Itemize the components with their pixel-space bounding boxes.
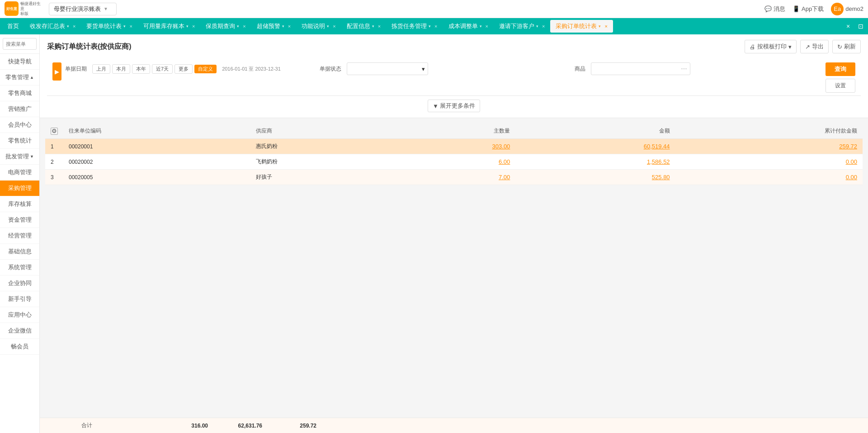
close-window-btn[interactable]: × [843,21,854,32]
top-right: 💬 消息 📱 App下载 Ea demo2 [764,3,863,15]
cell-main-qty: 303.00 [391,139,515,154]
table-row[interactable]: 3 00020005 好孩子 7.00 525.80 0.00 [45,170,863,185]
tab-pick-task[interactable]: 拣货任务管理 ▾ × [386,20,443,33]
filter-toggle-btn[interactable]: ▶ [52,62,61,81]
download-icon: 📱 [793,5,800,12]
tab-pick-arrow: ▾ [429,24,431,29]
settings-btn[interactable]: 设置 [826,79,855,93]
toggle-icon: ▶ [55,68,59,75]
tab-pick-close[interactable]: × [434,24,437,29]
sidebar-item-enterprise-coop[interactable]: 企业协同 [0,276,39,291]
column-settings-icon[interactable]: ⚙ [51,128,58,135]
tab-order-close[interactable]: × [129,24,132,29]
sidebar-item-member2[interactable]: 畅会员 [0,339,39,355]
expand-more-btn[interactable]: ▼ 展开更多条件 [428,100,480,112]
tab-invite-close[interactable]: × [542,24,545,29]
sidebar-item-new-guide[interactable]: 新手引导 [0,291,39,307]
tab-available-close[interactable]: × [192,24,195,29]
sidebar-item-quick-nav[interactable]: 快捷导航 [0,54,39,70]
tab-warranty-close[interactable]: × [243,24,245,29]
sidebar-item-app-center-label: 应用中心 [8,311,32,318]
tab-purchase-close[interactable]: × [604,24,607,29]
sidebar-item-enterprise-wechat[interactable]: 企业微信 [0,323,39,339]
goods-filter-label: 商品 [575,65,585,73]
sidebar-item-wholesale[interactable]: 批发管理 ▼ [0,149,39,165]
table-row[interactable]: 2 00020002 飞鹤奶粉 6.00 1,586.52 0.00 [45,154,863,170]
tab-function-close[interactable]: × [333,24,335,29]
export-btn[interactable]: ↗ 导出 [800,40,829,53]
sidebar-item-basic-label: 基础信息 [8,248,32,255]
tab-function[interactable]: 功能说明 ▾ × [296,20,341,33]
tab-order-arrow: ▾ [123,24,126,29]
content-area: 采购订单统计表(按供应商) 🖨 按模板打印 ▾ ↗ 导出 ↻ 刷新 [40,34,868,433]
page-actions: 🖨 按模板打印 ▾ ↗ 导出 ↻ 刷新 [745,40,861,53]
search-input[interactable] [3,38,37,50]
sidebar-item-inventory[interactable]: 库存核算 [0,196,39,212]
sidebar: 快捷导航 零售管理 ▲ 零售商城 营销推广 会员中心 零售统计 批发管理 ▼ 电… [0,34,40,433]
expand-label: 展开更多条件 [440,102,475,110]
sidebar-item-retail-stat[interactable]: 零售统计 [0,133,39,149]
status-select[interactable]: ▾ [347,62,428,75]
tab-cost-adjust[interactable]: 成本调整单 ▾ × [443,20,494,33]
sidebar-item-retail-arrow: ▲ [30,75,34,80]
message-btn[interactable]: 💬 消息 [764,5,785,13]
sidebar-item-ops-label: 经营管理 [8,232,32,239]
sidebar-item-basic[interactable]: 基础信息 [0,244,39,260]
sidebar-item-retail-store[interactable]: 零售商城 [0,86,39,101]
sidebar-item-ecommerce-label: 电商管理 [8,169,32,176]
date-btn-this-month[interactable]: 本月 [112,64,130,74]
sidebar-item-retail-mgmt[interactable]: 零售管理 ▲ [0,70,39,86]
tab-purchase-label: 采购订单统计表 [556,22,597,30]
date-btn-last-month[interactable]: 上月 [92,64,110,74]
user-info[interactable]: Ea demo2 [831,3,863,15]
tab-warranty[interactable]: 保质期查询 ▾ × [200,20,251,33]
table-container: ⚙ 往来单位编码 供应商 主数量 金额 累计付款金额 1 00020001 惠氏… [40,118,868,418]
refresh-btn[interactable]: ↻ 刷新 [832,40,861,53]
date-btn-more[interactable]: 更多 [175,64,193,74]
tab-receive-summary[interactable]: 收发存汇总表 ▾ × [24,20,81,33]
sidebar-item-member[interactable]: 会员中心 [0,117,39,133]
tab-invite[interactable]: 邀请下游客户 ▾ × [494,20,550,33]
tab-overstock[interactable]: 超储预警 ▾ × [251,20,296,33]
template-print-arrow: ▾ [788,43,792,50]
tab-config-close[interactable]: × [378,24,381,29]
date-btn-this-year[interactable]: 本年 [132,64,150,74]
table-row[interactable]: 1 00020001 惠氏奶粉 303.00 60,519.44 259.72 [45,139,863,154]
sidebar-item-marketing[interactable]: 营销推广 [0,101,39,117]
date-btn-7days[interactable]: 近7天 [152,64,173,74]
sidebar-item-sys[interactable]: 系统管理 [0,260,39,276]
workspace-dropdown-icon: ▼ [104,6,108,11]
tab-function-arrow: ▾ [327,24,329,29]
cell-supplier-name: 飞鹤奶粉 [250,154,391,170]
app-download-btn[interactable]: 📱 App下载 [793,5,824,13]
cell-supplier-name: 好孩子 [250,170,391,185]
tab-config[interactable]: 配置信息 ▾ × [341,20,386,33]
tab-available-stock[interactable]: 可用量库存账本 ▾ × [138,20,200,33]
tab-overstock-close[interactable]: × [288,24,291,29]
template-print-label: 按模板打印 [757,43,787,51]
sidebar-item-retail-store-label: 零售商城 [8,90,32,96]
sidebar-item-app-center[interactable]: 应用中心 [0,307,39,323]
cell-paid-amount: 0.00 [675,170,863,185]
query-btn[interactable]: 查询 [826,62,855,76]
cell-paid-amount: 0.00 [675,154,863,170]
goods-select[interactable]: ··· [591,62,690,75]
tab-cost-close[interactable]: × [486,24,488,29]
template-print-btn[interactable]: 🖨 按模板打印 ▾ [745,40,797,53]
sidebar-item-enterprise-wechat-label: 企业微信 [8,327,32,334]
cell-main-qty: 6.00 [391,154,515,170]
col-supplier-code: 往来单位编码 [63,124,250,139]
tab-home[interactable]: 首页 [2,20,24,33]
sidebar-item-ops[interactable]: 经营管理 [0,228,39,244]
tab-purchase-summary[interactable]: 采购订单统计表 ▾ × [550,20,613,33]
sidebar-item-ecommerce[interactable]: 电商管理 [0,165,39,181]
export-label: 导出 [812,43,824,51]
sidebar-item-finance[interactable]: 资金管理 [0,212,39,228]
maximize-window-btn[interactable]: ⊡ [855,21,866,32]
workspace-selector[interactable]: 母婴行业演示账表 ▼ [49,3,117,15]
tab-order-summary[interactable]: 要货单统计表 ▾ × [81,20,137,33]
col-main-qty: 主数量 [391,124,515,139]
cell-main-qty: 7.00 [391,170,515,185]
tab-receive-close[interactable]: × [73,24,75,29]
sidebar-item-purchase[interactable]: 采购管理 [0,181,39,196]
